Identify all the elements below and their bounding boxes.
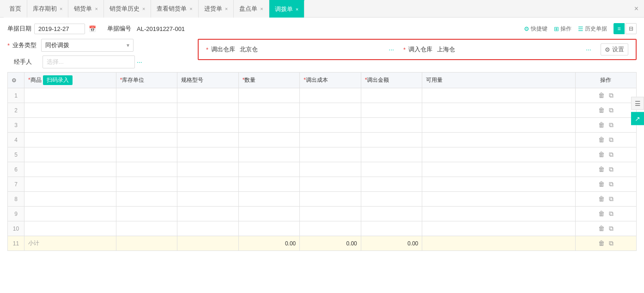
delete-icon-11[interactable]: 🗑 [598, 239, 605, 247]
delete-icon-2[interactable]: 🗑 [598, 106, 605, 114]
tab-close-sales-history[interactable]: × [142, 6, 145, 12]
delete-icon-5[interactable]: 🗑 [598, 151, 605, 158]
tab-sales-history[interactable]: 销货单历史 × [104, 0, 151, 18]
float-list-btn[interactable]: ☰ [631, 97, 644, 110]
qty-cell-4[interactable] [238, 133, 300, 147]
spec-cell-3[interactable] [177, 118, 239, 133]
unit-cell-1[interactable] [116, 88, 177, 103]
copy-icon-9[interactable]: ⧉ [609, 210, 614, 217]
amount-cell-7[interactable] [361, 177, 422, 192]
qty-cell-1[interactable] [238, 88, 300, 103]
goods-cell-10[interactable] [24, 221, 116, 236]
spec-cell-8[interactable] [177, 192, 239, 207]
cost-cell-2[interactable] [300, 103, 361, 118]
layout-btn-2[interactable]: ⊟ [626, 23, 637, 34]
unit-cell-3[interactable] [116, 118, 177, 133]
goods-cell-8[interactable] [24, 192, 116, 207]
calendar-icon[interactable]: 📅 [89, 25, 96, 32]
amount-cell-8[interactable] [361, 192, 422, 207]
delete-icon-3[interactable]: 🗑 [598, 121, 605, 128]
qty-cell-6[interactable] [238, 162, 300, 177]
doc-date-value[interactable]: 2019-12-27 [34, 24, 85, 34]
delete-icon-4[interactable]: 🗑 [598, 136, 605, 143]
col-settings[interactable]: ⚙ [8, 73, 24, 88]
amount-cell-3[interactable] [361, 118, 422, 133]
handler-select[interactable]: 选择... [43, 55, 135, 68]
goods-cell-9[interactable] [24, 207, 116, 221]
unit-cell-8[interactable] [116, 192, 177, 207]
tab-home[interactable]: 首页 [4, 0, 27, 18]
available-cell-9[interactable] [422, 207, 575, 221]
amount-cell-9[interactable] [361, 207, 422, 221]
copy-icon-4[interactable]: ⧉ [609, 136, 614, 143]
unit-cell-6[interactable] [116, 162, 177, 177]
spec-cell-1[interactable] [177, 88, 239, 103]
goods-cell-7[interactable] [24, 177, 116, 192]
copy-icon-5[interactable]: ⧉ [609, 151, 614, 158]
copy-icon-8[interactable]: ⧉ [609, 195, 614, 202]
layout-btn-1[interactable]: ≡ [614, 23, 625, 34]
tab-close-inventory-check[interactable]: × [260, 6, 263, 12]
goods-cell-2[interactable] [24, 103, 116, 118]
available-cell-8[interactable] [422, 192, 575, 207]
business-type-select[interactable]: 同价调拨 ▾ [41, 39, 134, 52]
amount-cell-6[interactable] [361, 162, 422, 177]
unit-cell-2[interactable] [116, 103, 177, 118]
unit-cell-5[interactable] [116, 147, 177, 162]
copy-icon-11[interactable]: ⧉ [609, 239, 614, 247]
qty-cell-5[interactable] [238, 147, 300, 162]
tab-sales-order[interactable]: 销货单 × [68, 0, 103, 18]
cost-cell-8[interactable] [300, 192, 361, 207]
qty-cell-3[interactable] [238, 118, 300, 133]
delete-icon-6[interactable]: 🗑 [598, 165, 605, 173]
tab-inventory-init[interactable]: 库存期初 × [27, 0, 68, 18]
tab-transfer-order[interactable]: 调拨单 × [269, 0, 304, 18]
qty-cell-7[interactable] [238, 177, 300, 192]
goods-cell-5[interactable] [24, 147, 116, 162]
tab-inventory-check[interactable]: 盘点单 × [234, 0, 269, 18]
goods-cell-6[interactable] [24, 162, 116, 177]
table-gear-icon[interactable]: ⚙ [12, 77, 17, 84]
cost-cell-3[interactable] [300, 118, 361, 133]
amount-cell-4[interactable] [361, 133, 422, 147]
operations-button[interactable]: ⊞ 操作 [554, 25, 571, 33]
qty-cell-8[interactable] [238, 192, 300, 207]
scan-button[interactable]: 扫码录入 [43, 75, 73, 85]
warehouse-in-more[interactable]: ··· [586, 46, 591, 53]
copy-icon-10[interactable]: ⧉ [609, 225, 614, 232]
float-export-btn[interactable]: ↗ [631, 112, 644, 125]
tab-close-view-sales[interactable]: × [189, 6, 192, 12]
available-cell-5[interactable] [422, 147, 575, 162]
cost-cell-9[interactable] [300, 207, 361, 221]
copy-icon-7[interactable]: ⧉ [609, 180, 614, 188]
spec-cell-10[interactable] [177, 221, 239, 236]
amount-cell-5[interactable] [361, 147, 422, 162]
settings-button[interactable]: ⚙ 设置 [601, 43, 628, 55]
handler-more-icon[interactable]: ··· [137, 58, 142, 66]
available-cell-7[interactable] [422, 177, 575, 192]
cost-cell-1[interactable] [300, 88, 361, 103]
available-cell-4[interactable] [422, 133, 575, 147]
spec-cell-4[interactable] [177, 133, 239, 147]
amount-cell-10[interactable] [361, 221, 422, 236]
unit-cell-4[interactable] [116, 133, 177, 147]
cost-cell-4[interactable] [300, 133, 361, 147]
tab-purchase-order[interactable]: 进货单 × [199, 0, 234, 18]
unit-cell-10[interactable] [116, 221, 177, 236]
tab-close-purchase-order[interactable]: × [225, 6, 228, 12]
copy-icon-3[interactable]: ⧉ [609, 121, 614, 128]
unit-cell-7[interactable] [116, 177, 177, 192]
available-cell-6[interactable] [422, 162, 575, 177]
spec-cell-9[interactable] [177, 207, 239, 221]
available-cell-10[interactable] [422, 221, 575, 236]
delete-icon-9[interactable]: 🗑 [598, 210, 605, 217]
goods-cell-1[interactable] [24, 88, 116, 103]
available-cell-3[interactable] [422, 118, 575, 133]
copy-icon-2[interactable]: ⧉ [609, 106, 614, 114]
spec-cell-5[interactable] [177, 147, 239, 162]
spec-cell-7[interactable] [177, 177, 239, 192]
tab-close-transfer-order[interactable]: × [296, 6, 298, 12]
available-cell-2[interactable] [422, 103, 575, 118]
copy-icon-1[interactable]: ⧉ [609, 92, 614, 99]
tab-close-sales-order[interactable]: × [95, 6, 97, 12]
